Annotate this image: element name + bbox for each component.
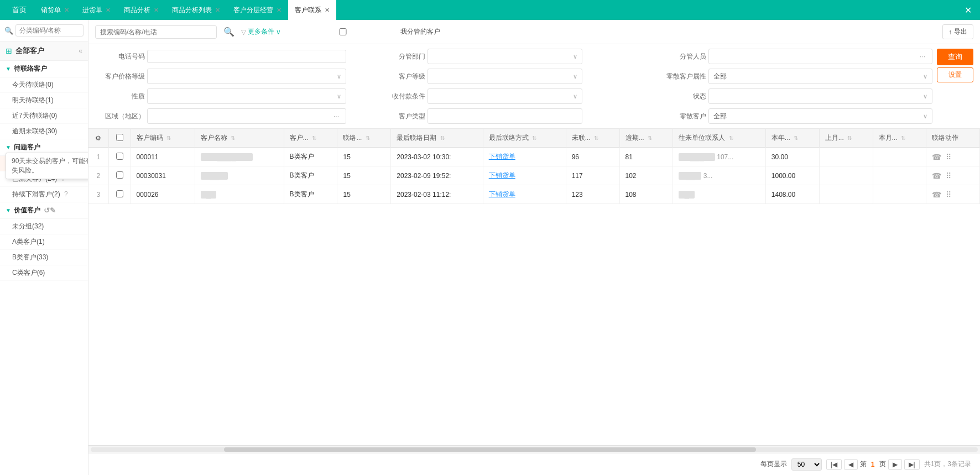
price-level-select[interactable]: ∨ [147, 69, 346, 84]
sidebar-item-today-pending[interactable]: 今天待联络(0) [0, 77, 88, 93]
settings-button[interactable]: 设置 [937, 67, 973, 82]
sidebar-item-overdue-pending[interactable]: 逾期未联络(30) [0, 124, 88, 139]
close-customer-segment-icon[interactable]: ✕ [277, 7, 282, 14]
customer-table: ⚙ 客户编码 ⇅ 客户名称 ⇅ [88, 129, 980, 204]
scatter-attr-select[interactable]: 全部 ∨ [708, 69, 932, 84]
tab-purchase-order[interactable]: 进货单 ✕ [76, 0, 117, 20]
page-label: 第 [860, 460, 867, 469]
next-page-button[interactable]: ▶ [888, 459, 902, 470]
pending-contact-section[interactable]: ▼ 待联络客户 [0, 61, 88, 77]
scrollbar-track[interactable] [91, 447, 978, 452]
row-2-way-link[interactable]: 下销货单 [489, 171, 515, 179]
sort-icon-thismonth[interactable]: ⇅ [901, 135, 905, 141]
dept-select[interactable]: ∨ [428, 49, 582, 64]
row-2-code: 00030031 [131, 166, 195, 185]
my-customers-checkbox[interactable] [288, 28, 398, 35]
region-ellipsis-icon[interactable]: ··· [331, 112, 341, 120]
tab-product-analysis[interactable]: 商品分析 ✕ [117, 0, 165, 20]
sidebar-item-ungrouped[interactable]: 未分组(32) [0, 219, 88, 234]
row-checkbox-3[interactable] [108, 185, 131, 204]
row-1-contact-icon[interactable]: ☎ [932, 153, 941, 161]
sort-icon-notcontacted[interactable]: ⇅ [594, 135, 598, 141]
close-product-analysis-list-icon[interactable]: ✕ [215, 7, 220, 14]
value-customers-section[interactable]: ▼ 价值客户 ↺ ✎ [0, 202, 88, 219]
close-window-button[interactable]: ✕ [960, 2, 976, 18]
sort-icon-contact[interactable]: ⇅ [366, 135, 370, 141]
per-page-select[interactable]: 50 100 200 [791, 458, 822, 471]
row-1-way-link[interactable]: 下销货单 [489, 153, 515, 160]
row-3-way-link[interactable]: 下销货单 [489, 190, 515, 198]
row-2-checkbox[interactable] [116, 171, 123, 179]
phone-input[interactable] [147, 50, 346, 63]
prev-page-button[interactable]: ◀ [844, 459, 858, 470]
person-ellipsis-icon[interactable]: ··· [918, 53, 927, 60]
person-select[interactable]: ··· [708, 49, 932, 64]
status-select[interactable]: ∨ [708, 88, 932, 104]
tab-sales-order[interactable]: 销货单 ✕ [34, 0, 76, 20]
row-1-this-month [873, 148, 926, 166]
customer-type-select[interactable] [428, 108, 582, 124]
select-all-checkbox[interactable] [116, 134, 123, 141]
sidebar-item-class-b[interactable]: B类客户(33) [0, 250, 88, 265]
row-num-2: 2 [88, 166, 108, 185]
table-settings-icon[interactable]: ⚙ [95, 134, 101, 142]
sidebar-item-tomorrow-pending[interactable]: 明天待联络(1) [0, 93, 88, 108]
query-button[interactable]: 查询 [937, 49, 973, 65]
export-button[interactable]: ↑ 导出 [942, 24, 973, 39]
row-3-contact-icon[interactable]: ☎ [932, 190, 941, 199]
sort-icon-name[interactable]: ⇅ [231, 135, 235, 141]
refresh-icon[interactable]: ↺ [44, 206, 50, 215]
sort-icon-thisyear[interactable]: ⇅ [794, 135, 798, 141]
row-2-way[interactable]: 下销货单 [483, 166, 566, 185]
search-input[interactable] [95, 25, 217, 39]
close-customer-contact-icon[interactable]: ✕ [325, 7, 330, 14]
last-page-button[interactable]: ▶| [904, 459, 920, 470]
row-1-way[interactable]: 下销货单 [483, 148, 566, 166]
tab-customer-contact[interactable]: 客户联系 ✕ [288, 0, 336, 20]
row-2-more-icon[interactable]: ⠿ [946, 171, 951, 180]
customer-level-select[interactable]: ∨ [428, 69, 582, 84]
tab-customer-segment[interactable]: 客户分层经营 ✕ [227, 0, 288, 20]
row-3-more-icon[interactable]: ⠿ [946, 190, 951, 199]
search-button[interactable]: 🔍 [223, 27, 234, 37]
horizontal-scrollbar[interactable] [88, 445, 980, 453]
sort-icon-level[interactable]: ⇅ [312, 135, 316, 141]
row-2-contact-icon[interactable]: ☎ [932, 171, 941, 180]
scrollbar-thumb[interactable] [224, 447, 756, 452]
more-conditions-button[interactable]: ▽ 更多条件 ∨ [241, 27, 281, 36]
close-sales-order-icon[interactable]: ✕ [64, 7, 69, 14]
sort-icon-date[interactable]: ⇅ [440, 135, 445, 141]
row-1-checkbox[interactable] [116, 153, 123, 160]
sidebar-item-class-a[interactable]: A类客户(1) [0, 234, 88, 250]
first-page-button[interactable]: |◀ [826, 459, 842, 470]
payment-select[interactable]: ∨ [428, 88, 582, 104]
sort-icon-way[interactable]: ⇅ [532, 135, 536, 141]
scatter-customer-select[interactable]: 全部 ∨ [708, 108, 932, 124]
tab-product-analysis-list[interactable]: 商品分析列表 ✕ [165, 0, 227, 20]
home-tab[interactable]: 首页 [4, 5, 34, 15]
col-checkbox[interactable] [108, 129, 131, 148]
region-select[interactable]: ··· [147, 108, 346, 124]
nature-select[interactable]: ∨ [147, 88, 346, 104]
sidebar-search-input[interactable] [15, 24, 84, 36]
sort-icon-person[interactable]: ⇅ [729, 135, 733, 141]
sidebar-item-class-c[interactable]: C类客户(6) [0, 265, 88, 281]
sort-icon-code[interactable]: ⇅ [166, 135, 171, 141]
sort-icon-lastmonth[interactable]: ⇅ [847, 135, 852, 141]
edit-icon[interactable]: ✎ [50, 206, 56, 215]
row-checkbox-1[interactable] [108, 148, 131, 166]
close-product-analysis-icon[interactable]: ✕ [154, 7, 159, 14]
row-checkbox-2[interactable] [108, 166, 131, 185]
row-3-overdue: 108 [619, 185, 673, 204]
col-settings[interactable]: ⚙ [88, 129, 108, 148]
row-3-checkbox[interactable] [116, 190, 123, 197]
close-purchase-order-icon[interactable]: ✕ [106, 7, 111, 14]
sidebar-item-7day-pending[interactable]: 近7天待联络(0) [0, 108, 88, 124]
row-3-way[interactable]: 下销货单 [483, 185, 566, 204]
filter-payment-section: 收付款条件 ∨ [376, 88, 651, 104]
sort-icon-overdue[interactable]: ⇅ [648, 135, 652, 141]
row-1-more-icon[interactable]: ⠿ [946, 153, 951, 161]
sidebar-item-declining[interactable]: 持续下滑客户(2) ? [0, 187, 88, 202]
all-customers-header[interactable]: ⊞ 全部客户 « [0, 41, 88, 61]
my-customers-checkbox-area[interactable]: 我分管的客户 [288, 27, 440, 36]
